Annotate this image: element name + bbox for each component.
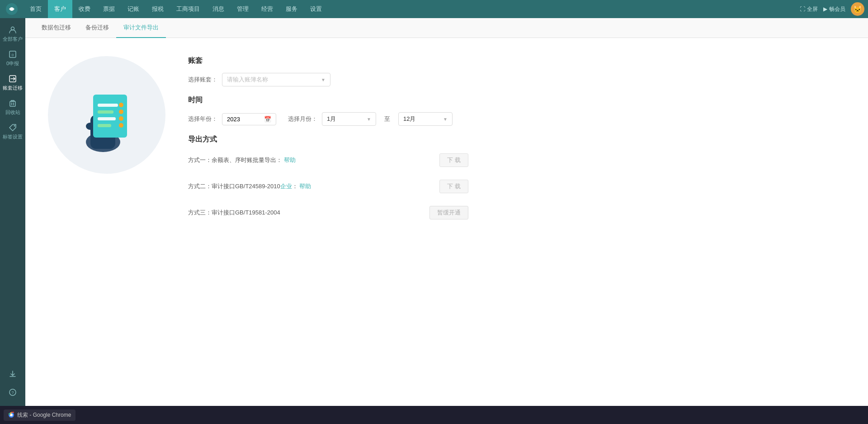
content-area: 数据包迁移 备份迁移 审计文件导出 [25, 18, 868, 406]
time-row: 选择年份： 2023 📅 选择月份： 1月 ▼ 至 12月 ▼ [188, 112, 468, 126]
nav-invoice[interactable]: 票据 [97, 0, 121, 18]
method2-company: 企业 [280, 183, 292, 190]
sidebar-item-recycle[interactable]: 回收站 [0, 95, 25, 119]
year-label: 选择年份： [188, 115, 217, 123]
method1-label: 方式一：余额表、序时账批量导出： 帮助 [188, 156, 439, 164]
account-select[interactable]: 请输入账簿名称 ▼ [222, 73, 330, 86]
illustration-wrapper [43, 52, 170, 178]
sidebar-label-migration: 账套迁移 [3, 85, 23, 91]
method2-label: 方式二：审计接口GB/T24589-2010企业： 帮助 [188, 182, 439, 191]
nav-settings[interactable]: 设置 [304, 0, 328, 18]
nav-business[interactable]: 工商项目 [170, 0, 206, 18]
svg-point-1 [10, 8, 13, 10]
taskbar-item-label: 线索 - Google Chrome [17, 411, 71, 419]
main-layout: 全部客户 0 0申报 账套迁移 回收站 [0, 18, 868, 406]
account-section-title: 账套 [188, 56, 468, 66]
vip-icon: ▶ [823, 6, 827, 12]
svg-point-7 [14, 125, 15, 127]
month-end-select[interactable]: 12月 ▼ [398, 112, 453, 126]
method3-pending-button[interactable]: 暂缓开通 [429, 206, 468, 219]
taskbar-chrome-item[interactable]: 线索 - Google Chrome [4, 410, 75, 421]
chrome-icon [8, 412, 14, 418]
tab-audit-export[interactable]: 审计文件导出 [116, 18, 166, 38]
form-panel: 账套 选择账套： 请输入账簿名称 ▼ 时间 选择年份： 2023 📅 [170, 52, 486, 235]
account-row: 选择账套： 请输入账簿名称 ▼ [188, 73, 468, 86]
method2-row: 方式二：审计接口GB/T24589-2010企业： 帮助 下 载 [188, 178, 468, 195]
nav-right: ⛶ 全屏 ▶ 畅会员 🐱 [800, 2, 864, 16]
tab-bar: 数据包迁移 备份迁移 审计文件导出 [25, 18, 868, 38]
month-start-select[interactable]: 1月 ▼ [322, 112, 376, 126]
nav-accounting[interactable]: 记账 [121, 0, 146, 18]
month-start-value: 1月 [327, 115, 336, 123]
sidebar-item-all-customers[interactable]: 全部客户 [0, 22, 25, 46]
svg-rect-15 [98, 110, 113, 114]
nav-operation[interactable]: 经营 [255, 0, 279, 18]
method3-row: 方式三：审计接口GB/T19581-2004 暂缓开通 [188, 204, 468, 221]
nav-home[interactable]: 首页 [24, 0, 48, 18]
vip-button[interactable]: ▶ 畅会员 [823, 5, 845, 13]
export-section-title: 导出方式 [188, 135, 468, 144]
sidebar: 全部客户 0 0申报 账套迁移 回收站 [0, 18, 25, 406]
sidebar-item-migration[interactable]: 账套迁移 [0, 71, 25, 95]
nav-customer[interactable]: 客户 [48, 0, 72, 18]
to-label: 至 [384, 115, 390, 123]
svg-point-19 [119, 110, 123, 114]
method3-label: 方式三：审计接口GB/T19581-2004 [188, 209, 429, 217]
sidebar-help-icon[interactable]: ? [0, 384, 25, 400]
account-label: 选择账套： [188, 76, 217, 84]
svg-text:0: 0 [12, 53, 14, 57]
sidebar-bottom: ? [0, 366, 25, 406]
method1-row: 方式一：余额表、序时账批量导出： 帮助 下 载 [188, 152, 468, 169]
sidebar-label-recycle: 回收站 [5, 109, 20, 116]
month-start-dropdown-icon: ▼ [367, 117, 371, 122]
method2-help-link[interactable]: 帮助 [299, 183, 311, 190]
svg-point-18 [119, 103, 123, 107]
month-end-value: 12月 [403, 115, 415, 123]
svg-rect-13 [93, 95, 127, 138]
nav-tax[interactable]: 报税 [146, 0, 170, 18]
svg-point-20 [119, 116, 123, 121]
year-input[interactable]: 2023 📅 [222, 113, 276, 125]
month-start-label: 选择月份： [288, 115, 317, 123]
method2-download-button[interactable]: 下 载 [439, 180, 468, 193]
method1-help-link[interactable]: 帮助 [284, 157, 296, 163]
account-dropdown-icon: ▼ [321, 77, 326, 82]
avatar[interactable]: 🐱 [851, 2, 864, 16]
account-placeholder: 请输入账簿名称 [227, 76, 268, 84]
time-section-title: 时间 [188, 95, 468, 105]
nav-manage[interactable]: 管理 [231, 0, 255, 18]
calendar-icon: 📅 [264, 116, 271, 123]
nav-service[interactable]: 服务 [279, 0, 304, 18]
nav-message[interactable]: 消息 [206, 0, 231, 18]
svg-text:?: ? [11, 391, 14, 395]
svg-rect-17 [98, 124, 111, 127]
method1-download-button[interactable]: 下 载 [439, 153, 468, 167]
year-value: 2023 [227, 116, 240, 123]
top-navbar: 首页 客户 收费 票据 记账 报税 工商项目 消息 管理 经营 服务 设置 ⛶ … [0, 0, 868, 18]
sidebar-label-customers: 全部客户 [3, 36, 23, 43]
sidebar-item-tag-settings[interactable]: 标签设置 [0, 119, 25, 144]
svg-rect-6 [10, 101, 15, 106]
sidebar-label-tag-settings: 标签设置 [3, 133, 23, 140]
sidebar-item-zero-declaration[interactable]: 0 0申报 [0, 46, 25, 71]
nav-items: 首页 客户 收费 票据 记账 报税 工商项目 消息 管理 经营 服务 设置 [24, 0, 800, 18]
taskbar: 线索 - Google Chrome [0, 406, 868, 424]
fullscreen-icon: ⛶ [800, 6, 805, 12]
nav-fee[interactable]: 收费 [72, 0, 97, 18]
tab-backup-migration[interactable]: 备份迁移 [78, 18, 116, 38]
page-content: 账套 选择账套： 请输入账簿名称 ▼ 时间 选择年份： 2023 📅 [25, 38, 868, 406]
month-end-dropdown-icon: ▼ [443, 117, 448, 122]
svg-point-21 [119, 123, 123, 128]
svg-rect-16 [98, 117, 116, 120]
svg-rect-14 [98, 104, 118, 107]
fullscreen-button[interactable]: ⛶ 全屏 [800, 5, 818, 13]
tab-data-migration[interactable]: 数据包迁移 [34, 18, 78, 38]
illustration-circle [48, 56, 165, 174]
sidebar-label-zero-declaration: 0申报 [6, 60, 19, 67]
sidebar-download-icon[interactable] [0, 366, 25, 382]
app-logo[interactable] [4, 1, 20, 17]
